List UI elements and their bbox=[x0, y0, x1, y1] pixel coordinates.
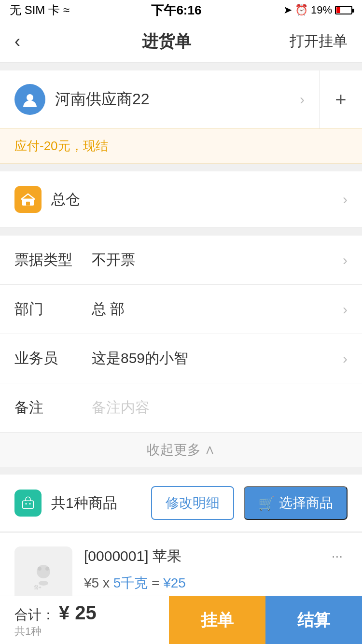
nav-bar: ‹ 进货单 打开挂单 bbox=[0, 20, 362, 63]
status-left: 无 SIM 卡 ≈ bbox=[10, 2, 70, 18]
open-pending-button[interactable]: 打开挂单 bbox=[290, 31, 348, 51]
product-title-text: 苹果 bbox=[153, 548, 181, 564]
total-label: 合计： bbox=[14, 607, 55, 622]
total-row: 合计： ¥ 25 bbox=[14, 602, 154, 624]
remark-row[interactable]: 备注 备注内容 bbox=[0, 383, 362, 432]
product-qty: 5千克 bbox=[113, 575, 148, 590]
svg-point-9 bbox=[45, 567, 49, 571]
product-name: [0000001] 苹果 bbox=[84, 546, 315, 566]
alarm-icon: ⏰ bbox=[295, 4, 308, 16]
edit-details-button[interactable]: 修改明细 bbox=[151, 486, 234, 520]
cart-icon: 🛒 bbox=[258, 495, 275, 511]
supplier-section: 河南供应商22 › + bbox=[0, 70, 362, 128]
signal-text: 无 SIM 卡 ≈ bbox=[10, 2, 70, 18]
staff-row[interactable]: 业务员 这是859的小智 › bbox=[0, 334, 362, 383]
products-count: 共1种商品 bbox=[51, 493, 141, 513]
supplier-selector[interactable]: 河南供应商22 › bbox=[0, 70, 320, 128]
battery-percent: 19% bbox=[311, 4, 332, 16]
invoice-chevron-icon: › bbox=[343, 252, 348, 268]
location-icon: ➤ bbox=[283, 4, 292, 16]
supplier-name: 河南供应商22 bbox=[55, 89, 300, 110]
dept-label: 部门 bbox=[14, 299, 92, 319]
battery-icon bbox=[335, 6, 352, 14]
supplier-avatar bbox=[14, 84, 45, 115]
product-total: ¥25 bbox=[163, 575, 186, 590]
divider-8 bbox=[0, 467, 362, 475]
invoice-label: 票据类型 bbox=[14, 250, 92, 270]
status-bar: 无 SIM 卡 ≈ 下午6:16 ➤ ⏰ 19% bbox=[0, 0, 362, 20]
bottom-bar: 合计： ¥ 25 共1种 挂单 结算 bbox=[0, 596, 362, 644]
staff-label: 业务员 bbox=[14, 349, 92, 368]
product-code: [0000001] bbox=[84, 548, 148, 564]
svg-point-5 bbox=[29, 503, 30, 504]
total-amount: ¥ 25 bbox=[59, 602, 97, 623]
notice-banner: 应付-20元，现结 bbox=[0, 128, 362, 164]
collapse-button[interactable]: 收起更多 ∧ bbox=[0, 432, 362, 467]
svg-point-0 bbox=[27, 94, 33, 101]
equals-sign: = bbox=[152, 575, 163, 590]
remark-input[interactable]: 备注内容 bbox=[92, 398, 348, 418]
status-time: 下午6:16 bbox=[151, 2, 201, 19]
total-count: 共1种 bbox=[14, 624, 154, 639]
dept-value: 总 部 bbox=[92, 299, 343, 319]
hang-order-button[interactable]: 挂单 bbox=[169, 596, 265, 644]
warehouse-chevron-icon: › bbox=[343, 191, 348, 208]
select-products-button[interactable]: 🛒 选择商品 bbox=[244, 486, 348, 520]
svg-point-4 bbox=[25, 503, 27, 504]
price-separator: x bbox=[103, 575, 113, 590]
svg-point-6 bbox=[37, 565, 50, 578]
status-right: ➤ ⏰ 19% bbox=[283, 4, 352, 16]
warehouse-name: 总仓 bbox=[51, 190, 343, 210]
divider-9 bbox=[0, 532, 362, 532]
divider-1 bbox=[0, 63, 362, 70]
divider-4 bbox=[0, 228, 362, 236]
invoice-value: 不开票 bbox=[92, 250, 343, 270]
remark-label: 备注 bbox=[14, 398, 92, 418]
products-icon bbox=[14, 490, 42, 517]
supplier-chevron-icon: › bbox=[300, 91, 305, 108]
product-info: [0000001] 苹果 ¥5 x 5千克 = ¥25 bbox=[84, 546, 315, 592]
main-content: 河南供应商22 › + 应付-20元，现结 总仓 › 票据类型 不开票 › 部门… bbox=[0, 63, 362, 644]
invoice-row[interactable]: 票据类型 不开票 › bbox=[0, 236, 362, 284]
total-section: 合计： ¥ 25 共1种 bbox=[0, 596, 169, 644]
svg-rect-3 bbox=[23, 501, 33, 508]
product-price: ¥5 x 5千克 = ¥25 bbox=[84, 574, 315, 592]
product-more-button[interactable]: ··· bbox=[327, 546, 348, 566]
back-button[interactable]: ‹ bbox=[14, 31, 43, 52]
warehouse-row[interactable]: 总仓 › bbox=[0, 171, 362, 227]
staff-chevron-icon: › bbox=[343, 350, 348, 367]
svg-rect-2 bbox=[26, 202, 30, 206]
divider-2 bbox=[0, 164, 362, 171]
svg-point-8 bbox=[38, 567, 42, 571]
add-supplier-button[interactable]: + bbox=[320, 70, 362, 128]
staff-value: 这是859的小智 bbox=[92, 349, 343, 368]
warehouse-icon bbox=[14, 186, 42, 213]
collapse-label: 收起更多 ∧ bbox=[147, 441, 216, 459]
select-products-label: 选择商品 bbox=[279, 494, 333, 512]
page-title: 进货单 bbox=[142, 30, 191, 53]
svg-text:督+: 督+ bbox=[34, 585, 42, 590]
price-unit: ¥5 bbox=[84, 575, 99, 590]
products-header: 共1种商品 修改明细 🛒 选择商品 bbox=[0, 475, 362, 532]
checkout-button[interactable]: 结算 bbox=[265, 596, 362, 644]
dept-row[interactable]: 部门 总 部 › bbox=[0, 285, 362, 334]
dept-chevron-icon: › bbox=[343, 301, 348, 318]
